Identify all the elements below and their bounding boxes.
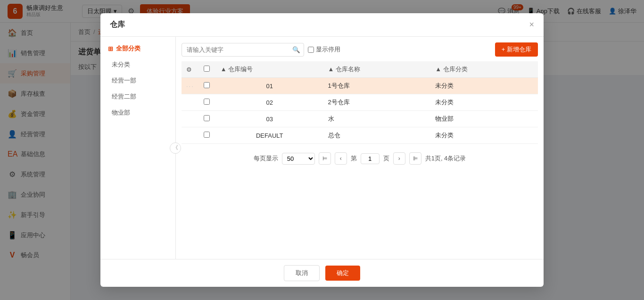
confirm-button[interactable]: 确定 [325, 266, 360, 281]
per-page-label: 每页显示 [254, 154, 278, 163]
row-checkbox[interactable] [199, 127, 216, 144]
collapse-button[interactable]: 《 [170, 142, 181, 154]
row-warehouse-name: 水 [323, 111, 431, 127]
search-button[interactable]: 🔍 [292, 46, 300, 53]
row-category: 未分类 [430, 94, 538, 111]
category-item-ops2[interactable]: 经营二部 [100, 89, 175, 105]
col-category: ▲ 仓库分类 [430, 61, 538, 78]
table-toolbar: 🔍 显示停用 + 新增仓库 [182, 42, 538, 57]
category-item-uncategorized[interactable]: 未分类 [100, 57, 175, 73]
row-checkbox[interactable] [199, 78, 216, 94]
prev-page-button[interactable]: ‹ [335, 152, 347, 165]
table-panel: 🔍 显示停用 + 新增仓库 ⚙ ▲ 仓 [176, 37, 544, 259]
category-item-property[interactable]: 物业部 [100, 105, 175, 121]
row-category: 未分类 [430, 78, 538, 94]
row-gear [182, 94, 199, 111]
col-checkbox [199, 61, 216, 78]
row-num: 03 [216, 111, 323, 127]
row-gear: ··· [182, 78, 199, 94]
dialog-body: ⊞ 全部分类 未分类 经营一部 经营二部 物业部 《 🔍 [100, 37, 544, 259]
show-disabled-label[interactable]: 显示停用 [308, 45, 340, 54]
page-number-input[interactable] [361, 153, 380, 164]
col-code: ▲ 仓库编号 [216, 61, 323, 78]
search-input[interactable] [182, 43, 304, 57]
col-name: ▲ 仓库名称 [323, 61, 431, 78]
row-checkbox[interactable] [199, 111, 216, 127]
category-all[interactable]: ⊞ 全部分类 [100, 41, 175, 57]
col-gear: ⚙ [182, 61, 199, 78]
table-row[interactable]: DEFAULT 总仓 未分类 [182, 127, 538, 144]
category-all-label: 全部分类 [116, 44, 140, 53]
row-num: DEFAULT [216, 127, 323, 144]
category-item-ops1[interactable]: 经营一部 [100, 73, 175, 89]
next-page-button[interactable]: › [393, 152, 405, 165]
total-info: 共1页, 4条记录 [425, 154, 466, 163]
row-category: 物业部 [430, 111, 538, 127]
warehouse-dialog: 仓库 × ⊞ 全部分类 未分类 经营一部 经营二部 物业部 《 [100, 13, 544, 287]
dialog-header: 仓库 × [100, 13, 544, 37]
first-page-button[interactable]: ⊨ [319, 152, 331, 165]
row-gear [182, 111, 199, 127]
dialog-footer: 取消 确定 [100, 259, 544, 287]
row-gear [182, 127, 199, 144]
per-page-select[interactable]: 50 20 100 [282, 153, 315, 165]
select-all-checkbox[interactable] [204, 66, 210, 72]
dialog-title: 仓库 [110, 20, 125, 30]
table-row[interactable]: 02 2号仓库 未分类 [182, 94, 538, 111]
cancel-button[interactable]: 取消 [284, 265, 320, 281]
row-category: 未分类 [430, 127, 538, 144]
pagination-bar: 每页显示 50 20 100 ⊨ ‹ 第 页 › ⊫ 共1页, 4条记录 [182, 148, 538, 169]
warehouse-table: ⚙ ▲ 仓库编号 ▲ 仓库名称 ▲ 仓库分类 [182, 61, 538, 144]
row-num: 01 [216, 78, 323, 94]
dialog-close-button[interactable]: × [529, 20, 534, 30]
table-row[interactable]: ··· 01 1号仓库 未分类 [182, 78, 538, 94]
row-checkbox[interactable] [199, 94, 216, 111]
category-panel: ⊞ 全部分类 未分类 经营一部 经营二部 物业部 《 [100, 37, 176, 259]
row-warehouse-name: 2号仓库 [323, 94, 431, 111]
table-row[interactable]: 03 水 物业部 [182, 111, 538, 127]
row-warehouse-name: 1号仓库 [323, 78, 431, 94]
show-disabled-checkbox[interactable] [308, 47, 314, 53]
grid-icon: ⊞ [108, 45, 113, 52]
row-warehouse-name: 总仓 [323, 127, 431, 144]
page-label: 页 [383, 154, 389, 163]
last-page-button[interactable]: ⊫ [409, 152, 421, 165]
add-warehouse-button[interactable]: + 新增仓库 [495, 42, 538, 57]
row-num: 02 [216, 94, 323, 111]
search-input-wrap: 🔍 [182, 43, 304, 57]
dialog-overlay: 仓库 × ⊞ 全部分类 未分类 经营一部 经营二部 物业部 《 [0, 0, 644, 300]
page-word: 第 [351, 154, 357, 163]
